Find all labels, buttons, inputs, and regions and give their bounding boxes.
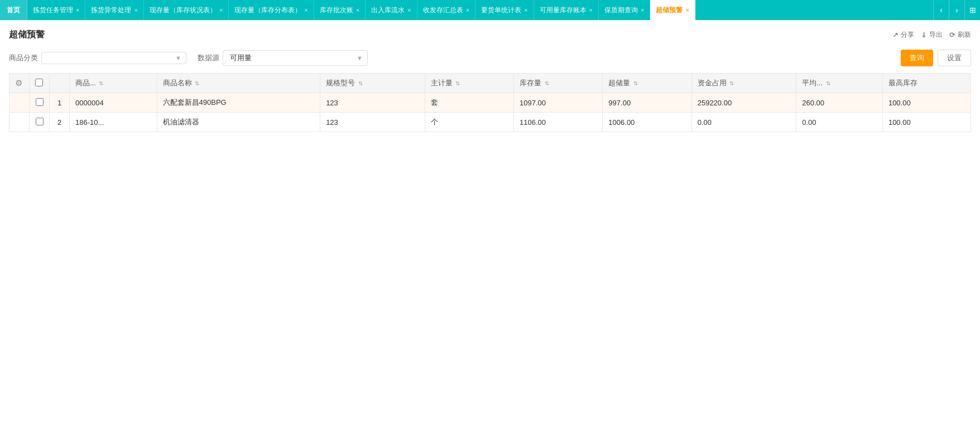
th-settings[interactable]: ⚙ bbox=[9, 74, 30, 93]
filter-product-category: 商品分类 ▼ bbox=[9, 52, 186, 64]
th-product-name[interactable]: 商品名称 ⇅ bbox=[157, 74, 320, 93]
nav-item-close-3[interactable]: × bbox=[304, 7, 308, 13]
nav-item-3[interactable]: 现存量（库存分布表）× bbox=[229, 0, 314, 20]
nav-item-close-7[interactable]: × bbox=[524, 7, 527, 13]
row-avg: 0.00 bbox=[796, 113, 883, 132]
th-unit[interactable]: 主计量 ⇅ bbox=[425, 74, 513, 93]
nav-item-close-2[interactable]: × bbox=[219, 7, 223, 13]
row-checkbox-0[interactable] bbox=[36, 98, 44, 106]
th-product-code[interactable]: 商品... ⇅ bbox=[70, 74, 157, 93]
th-spec[interactable]: 规格型号 ⇅ bbox=[320, 74, 425, 93]
row-product-name: 机油滤清器 bbox=[157, 113, 320, 132]
product-category-dropdown-arrow: ▼ bbox=[175, 55, 181, 61]
nav-item-10[interactable]: 超储预警× bbox=[650, 0, 695, 20]
row-product-name: 六配套新昌490BPG bbox=[157, 93, 320, 113]
nav-item-label-6: 收发存汇总表 bbox=[423, 6, 463, 15]
top-nav: 首页 拣货任务管理×拣货异常处理×现存量（库存状况表）×现存量（库存分布表）×库… bbox=[0, 0, 980, 20]
nav-item-7[interactable]: 要货单统计表× bbox=[475, 0, 534, 20]
nav-item-5[interactable]: 出入库流水× bbox=[366, 0, 417, 20]
row-product-code: 0000004 bbox=[70, 93, 157, 113]
th-stock[interactable]: 库存量 ⇅ bbox=[513, 74, 602, 93]
settings-button[interactable]: 设置 bbox=[938, 50, 971, 66]
th-checkbox[interactable] bbox=[30, 74, 50, 93]
nav-item-close-6[interactable]: × bbox=[466, 7, 469, 13]
table-row: 2 186-10... 机油滤清器 123 个 1106.00 1006.00 … bbox=[9, 113, 971, 132]
nav-item-label-4: 库存批次账 bbox=[320, 6, 353, 15]
row-max-stock: 100.00 bbox=[882, 113, 971, 132]
datasource-value: 可用量 bbox=[230, 53, 252, 63]
th-overstock[interactable]: 超储量 ⇅ bbox=[603, 74, 691, 93]
nav-item-1[interactable]: 拣货异常处理× bbox=[85, 0, 143, 20]
nav-item-close-10[interactable]: × bbox=[685, 7, 689, 13]
th-capital[interactable]: 资金占用 ⇅ bbox=[691, 74, 796, 93]
nav-item-6[interactable]: 收发存汇总表× bbox=[417, 0, 475, 20]
row-checkbox-1[interactable] bbox=[36, 118, 44, 125]
nav-item-label-7: 要货单统计表 bbox=[481, 6, 521, 15]
export-icon: ⇓ bbox=[921, 31, 927, 39]
nav-item-9[interactable]: 保质期查询× bbox=[599, 0, 650, 20]
datasource-dropdown-arrow: ▼ bbox=[357, 55, 363, 61]
share-button[interactable]: ↗ 分享 bbox=[892, 30, 914, 40]
row-capital: 259220.00 bbox=[691, 93, 796, 113]
nav-item-close-8[interactable]: × bbox=[589, 7, 593, 13]
nav-arrow-right[interactable]: › bbox=[949, 0, 964, 20]
nav-item-label-1: 拣货异常处理 bbox=[91, 6, 131, 15]
filter-datasource: 数据源 可用量 ▼ bbox=[198, 50, 368, 66]
nav-arrows: ‹ › ⊞ bbox=[933, 0, 980, 20]
nav-item-close-4[interactable]: × bbox=[356, 7, 359, 13]
datasource-select[interactable]: 可用量 ▼ bbox=[223, 50, 368, 66]
page-header: 超储预警 ↗ 分享 ⇓ 导出 ⟳ 刷新 bbox=[9, 29, 971, 41]
nav-item-close-1[interactable]: × bbox=[134, 7, 137, 13]
refresh-button[interactable]: ⟳ 刷新 bbox=[949, 30, 971, 40]
row-overstock: 997.00 bbox=[603, 93, 691, 113]
row-settings-cell bbox=[9, 93, 30, 113]
row-avg: 260.00 bbox=[796, 93, 883, 113]
th-max-stock[interactable]: 最高库存 bbox=[882, 74, 971, 93]
datasource-label: 数据源 bbox=[198, 53, 219, 63]
nav-home[interactable]: 首页 bbox=[0, 0, 27, 20]
row-product-code: 186-10... bbox=[70, 113, 157, 132]
nav-item-label-0: 拣货任务管理 bbox=[33, 6, 73, 15]
nav-item-8[interactable]: 可用量库存账本× bbox=[534, 0, 599, 20]
select-all-checkbox[interactable] bbox=[35, 79, 43, 86]
query-button[interactable]: 查询 bbox=[901, 50, 933, 66]
sort-capital: ⇅ bbox=[729, 80, 734, 86]
row-spec: 123 bbox=[320, 93, 425, 113]
product-category-select[interactable]: ▼ bbox=[41, 52, 186, 64]
nav-item-4[interactable]: 库存批次账× bbox=[314, 0, 366, 20]
sort-unit: ⇅ bbox=[455, 80, 460, 86]
row-index: 1 bbox=[50, 93, 70, 113]
nav-item-label-8: 可用量库存账本 bbox=[540, 6, 587, 15]
nav-item-close-5[interactable]: × bbox=[407, 7, 411, 13]
nav-item-label-3: 现存量（库存分布表） bbox=[234, 6, 301, 15]
th-avg[interactable]: 平均... ⇅ bbox=[796, 74, 883, 93]
nav-arrow-left[interactable]: ‹ bbox=[933, 0, 949, 20]
row-settings-cell bbox=[9, 113, 30, 132]
nav-home-label: 首页 bbox=[7, 6, 20, 15]
sort-overstock: ⇅ bbox=[633, 80, 638, 86]
row-unit: 个 bbox=[425, 113, 513, 132]
row-index: 2 bbox=[50, 113, 70, 132]
row-spec: 123 bbox=[320, 113, 425, 132]
nav-item-0[interactable]: 拣货任务管理× bbox=[27, 0, 85, 20]
export-button[interactable]: ⇓ 导出 bbox=[921, 30, 943, 40]
header-actions: ↗ 分享 ⇓ 导出 ⟳ 刷新 bbox=[892, 30, 971, 40]
nav-item-close-9[interactable]: × bbox=[641, 7, 644, 13]
nav-arrow-expand[interactable]: ⊞ bbox=[964, 0, 980, 20]
table-container: ⚙ 商品... ⇅ 商品名称 ⇅ 规格型号 bbox=[9, 73, 971, 132]
sort-product-code: ⇅ bbox=[99, 80, 103, 86]
header-gear-icon[interactable]: ⚙ bbox=[15, 78, 22, 88]
nav-item-2[interactable]: 现存量（库存状况表）× bbox=[144, 0, 229, 20]
page-container: 超储预警 ↗ 分享 ⇓ 导出 ⟳ 刷新 商品分类 ▼ 数据源 bbox=[0, 20, 980, 446]
row-checkbox-cell[interactable] bbox=[30, 113, 50, 132]
nav-item-close-0[interactable]: × bbox=[76, 7, 79, 13]
nav-item-label-10: 超储预警 bbox=[656, 6, 683, 15]
refresh-icon: ⟳ bbox=[949, 31, 955, 39]
product-category-label: 商品分类 bbox=[9, 53, 38, 63]
row-checkbox-cell[interactable] bbox=[30, 93, 50, 113]
sort-product-name: ⇅ bbox=[195, 80, 199, 86]
data-table: ⚙ 商品... ⇅ 商品名称 ⇅ 规格型号 bbox=[9, 73, 971, 132]
sort-avg: ⇅ bbox=[826, 80, 830, 86]
row-stock: 1106.00 bbox=[513, 113, 602, 132]
filter-row: 商品分类 ▼ 数据源 可用量 ▼ 查询 设置 bbox=[9, 50, 971, 66]
